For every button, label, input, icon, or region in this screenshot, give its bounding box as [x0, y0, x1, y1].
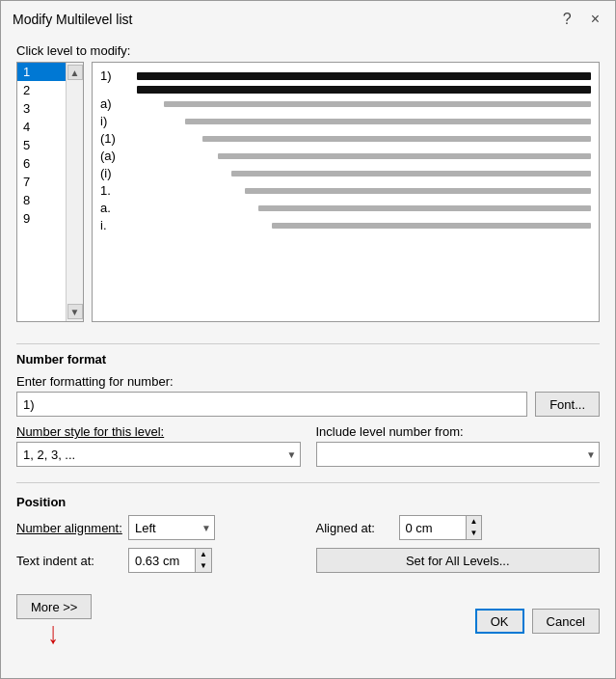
- number-format-section: Number format: [16, 352, 600, 367]
- divider-2: [16, 482, 600, 483]
- dialog-title: Modify Multilevel list: [13, 12, 132, 27]
- font-button[interactable]: Font...: [535, 392, 600, 417]
- level-item-2[interactable]: 2: [17, 81, 66, 99]
- preview-label-9: i.: [100, 218, 129, 232]
- level-item-8[interactable]: 8: [17, 191, 66, 209]
- text-indent-spinner: ▲ ▼: [128, 548, 212, 573]
- level-item-9[interactable]: 9: [17, 209, 66, 228]
- enter-format-label: Enter formatting for number:: [16, 374, 600, 389]
- preview-line-6: [231, 171, 591, 177]
- more-btn-wrap: More >> ↓: [16, 594, 92, 648]
- preview-row-5: (a): [100, 149, 591, 163]
- scroll-down-arrow[interactable]: ▼: [67, 304, 83, 319]
- level-item-6[interactable]: 6: [17, 154, 66, 173]
- aligned-at-row: Aligned at: ▲ ▼: [316, 515, 601, 540]
- level-item-5[interactable]: 5: [17, 136, 66, 154]
- format-input-row: Font...: [16, 392, 600, 417]
- level-item-7[interactable]: 7: [17, 173, 66, 191]
- preview-line-4: [202, 136, 591, 142]
- number-alignment-label: Number alignment:: [16, 521, 122, 535]
- preview-row-4: (1): [100, 131, 591, 146]
- aligned-at-input[interactable]: [399, 515, 467, 540]
- preview-label-4: (1): [100, 131, 129, 146]
- text-indent-row: Text indent at: ▲ ▼: [16, 548, 301, 573]
- preview-row-7: 1.: [100, 183, 591, 198]
- preview-row-8: a.: [100, 201, 591, 215]
- position-section: Position Number alignment: LeftCenterRig…: [16, 495, 600, 573]
- preview-line-3: [185, 119, 591, 124]
- title-bar: Modify Multilevel list ? ×: [1, 1, 615, 36]
- number-alignment-select[interactable]: LeftCenterRight: [128, 515, 215, 540]
- number-alignment-select-wrap: LeftCenterRight ▼: [128, 515, 215, 540]
- help-button[interactable]: ?: [559, 9, 576, 30]
- ok-button[interactable]: OK: [475, 609, 524, 634]
- text-indent-label: Text indent at:: [16, 554, 122, 568]
- aligned-at-spinner-btns: ▲ ▼: [467, 515, 483, 540]
- include-level-col: Include level number from: ▼: [316, 424, 601, 467]
- aligned-at-spinner: ▲ ▼: [399, 515, 483, 540]
- number-style-select-wrap: 1, 2, 3, ...a, b, c, ...i, ii, iii, ...A…: [16, 442, 301, 467]
- cancel-button[interactable]: Cancel: [532, 609, 600, 634]
- preview-row-6: (i): [100, 166, 591, 180]
- preview-row-1: [100, 86, 591, 94]
- number-style-label: Number style for this level:: [16, 424, 301, 439]
- bottom-row: More >> ↓ OK Cancel: [16, 586, 600, 648]
- arrow-down-indicator: ↓: [47, 617, 58, 648]
- preview-line-5: [218, 153, 591, 159]
- level-list: 123456789: [17, 63, 66, 321]
- aligned-at-label: Aligned at:: [316, 521, 393, 535]
- preview-box: 1)a)i)(1)(a)(i)1.a.i.: [92, 62, 600, 322]
- preview-row-9: i.: [100, 218, 591, 232]
- preview-label-5: (a): [100, 149, 129, 163]
- set-all-levels-button[interactable]: Set for All Levels...: [316, 548, 601, 573]
- preview-label-3: i): [100, 114, 129, 128]
- preview-label-0: 1): [100, 68, 129, 83]
- level-item-1[interactable]: 1: [17, 63, 66, 81]
- number-format-label: Number format: [16, 352, 106, 367]
- set-all-levels-row: Set for All Levels...: [316, 548, 601, 573]
- scroll-up-arrow[interactable]: ▲: [67, 65, 83, 80]
- include-level-select-wrap: ▼: [316, 442, 601, 467]
- text-indent-input[interactable]: [128, 548, 196, 573]
- divider-1: [16, 343, 600, 344]
- level-section-label: Click level to modify:: [16, 43, 600, 58]
- aligned-at-down[interactable]: ▼: [467, 528, 482, 539]
- enter-format-group: Enter formatting for number: Font...: [16, 374, 600, 417]
- number-style-col: Number style for this level: 1, 2, 3, ..…: [16, 424, 301, 467]
- number-style-select[interactable]: 1, 2, 3, ...a, b, c, ...i, ii, iii, ...A…: [16, 442, 301, 467]
- preview-row-0: 1): [100, 68, 591, 83]
- preview-label-7: 1.: [100, 183, 129, 198]
- level-item-3[interactable]: 3: [17, 99, 66, 118]
- preview-line-8: [258, 205, 591, 211]
- preview-line-9: [272, 223, 591, 229]
- level-preview-row: 123456789 ▲ ▼ 1)a)i)(1)(a)(i)1.a.i.: [16, 62, 600, 322]
- close-button[interactable]: ×: [587, 9, 603, 30]
- level-item-4[interactable]: 4: [17, 118, 66, 136]
- text-indent-spinner-btns: ▲ ▼: [196, 548, 212, 573]
- preview-label-6: (i): [100, 166, 129, 180]
- text-indent-up[interactable]: ▲: [196, 549, 211, 560]
- preview-line-7: [245, 188, 591, 194]
- style-level-row: Number style for this level: 1, 2, 3, ..…: [16, 424, 600, 467]
- aligned-at-up[interactable]: ▲: [467, 516, 482, 528]
- level-scrollbar: ▲ ▼: [66, 63, 83, 321]
- format-input[interactable]: [16, 392, 527, 417]
- modify-multilevel-dialog: Modify Multilevel list ? × Click level t…: [0, 0, 616, 679]
- include-level-select[interactable]: [316, 442, 601, 467]
- dialog-body: Click level to modify: 123456789 ▲ ▼ 1)a…: [1, 36, 615, 678]
- preview-line-2: [164, 101, 591, 107]
- preview-line-1: [137, 86, 591, 94]
- preview-row-3: i): [100, 114, 591, 128]
- include-level-label: Include level number from:: [316, 424, 601, 439]
- preview-label-2: a): [100, 96, 129, 111]
- position-title: Position: [16, 495, 600, 509]
- text-indent-down[interactable]: ▼: [196, 560, 211, 572]
- preview-label-8: a.: [100, 201, 129, 215]
- preview-row-2: a): [100, 96, 591, 111]
- number-alignment-row: Number alignment: LeftCenterRight ▼: [16, 515, 301, 540]
- bottom-right-buttons: OK Cancel: [475, 609, 600, 634]
- preview-line-0: [137, 72, 591, 80]
